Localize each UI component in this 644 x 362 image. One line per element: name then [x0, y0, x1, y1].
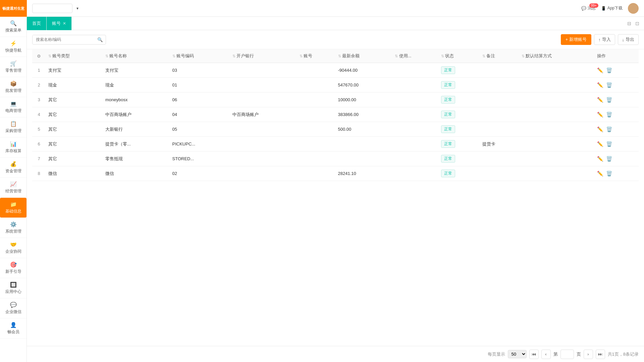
- page-number-input[interactable]: 1: [560, 350, 574, 359]
- tab-close-icon[interactable]: ✕: [63, 21, 66, 26]
- remark-col-header[interactable]: 备注: [480, 49, 519, 63]
- row-bank: 中百商场账户: [230, 107, 297, 122]
- sidebar-item-system[interactable]: ⚙️ 系统管理: [0, 218, 26, 238]
- usage-col-header[interactable]: 使用...: [392, 49, 438, 63]
- delete-button[interactable]: 🗑️: [606, 97, 612, 103]
- tab-account[interactable]: 账号 ✕: [47, 17, 72, 30]
- row-remark: [480, 93, 519, 107]
- per-page-select[interactable]: 50 20 100: [508, 350, 527, 358]
- home-tab-label: 首页: [32, 20, 41, 26]
- status-badge: 正常: [441, 81, 455, 89]
- sidebar-item-label: 资金管理: [2, 168, 25, 174]
- edit-button[interactable]: ✏️: [597, 141, 603, 147]
- edit-button[interactable]: ✏️: [597, 97, 603, 103]
- sidebar-item-guide[interactable]: 🎯 新手引导: [0, 258, 26, 278]
- maximize-button[interactable]: ⊡: [635, 21, 640, 26]
- app-download-label: App下载: [607, 5, 623, 11]
- sidebar-item-finance[interactable]: 💰 资金管理: [0, 158, 26, 178]
- delete-button[interactable]: 🗑️: [606, 156, 612, 162]
- delete-button[interactable]: 🗑️: [606, 141, 612, 147]
- row-actions: ✏️ 🗑️: [594, 78, 639, 93]
- delete-button[interactable]: 🗑️: [606, 126, 612, 132]
- message-icon: 💬: [581, 6, 586, 11]
- import-button[interactable]: ↑ 导入: [594, 34, 615, 45]
- balance-col-header[interactable]: 最新余额: [335, 49, 392, 63]
- tab-home[interactable]: 首页: [27, 17, 47, 30]
- minimize-button[interactable]: ⊟: [627, 21, 632, 26]
- prev-page-button[interactable]: ‹: [541, 350, 551, 359]
- search-button[interactable]: 🔍: [95, 35, 106, 44]
- row-code: 02: [170, 166, 230, 181]
- first-page-button[interactable]: ⏮: [529, 350, 539, 359]
- row-usage: [392, 166, 438, 181]
- last-page-button[interactable]: ⏭: [596, 350, 605, 359]
- import-icon: ↑: [598, 37, 601, 42]
- export-button[interactable]: ↓ 导出: [618, 34, 639, 45]
- edit-button[interactable]: ✏️: [597, 126, 603, 132]
- row-index: 1: [32, 63, 46, 78]
- row-name: 支付宝: [103, 63, 170, 78]
- row-balance: 28241.10: [335, 166, 392, 181]
- row-balance: 547670.00: [335, 78, 392, 93]
- sidebar-item-wechat[interactable]: 💬 企业微信: [0, 298, 26, 318]
- column-settings-icon[interactable]: ⚙: [36, 53, 42, 59]
- sidebar-item-member[interactable]: 👤 畅会员: [0, 318, 26, 339]
- bank-col-header[interactable]: 开户银行: [230, 49, 297, 63]
- header-right: 💬 消息 99+ 📱 App下载: [581, 3, 639, 14]
- row-account: [297, 122, 335, 137]
- sidebar-item-basic[interactable]: 📁 基础信息: [0, 198, 26, 218]
- action-col-header: 操作: [594, 49, 639, 63]
- sidebar-item-search[interactable]: 🔍 搜索菜单: [0, 17, 26, 37]
- pagination: 每页显示 50 20 100 ⏮ ‹ 第 1 页 › ⏭ 共1页，8条记录: [27, 346, 644, 362]
- next-page-button[interactable]: ›: [584, 350, 593, 359]
- sidebar-item-apps[interactable]: 🔲 应用中心: [0, 278, 26, 298]
- system-nav-icon: ⚙️: [2, 221, 25, 228]
- header-search-input[interactable]: [32, 4, 72, 13]
- sidebar-item-enterprise[interactable]: 🤝 企业协同: [0, 238, 26, 258]
- account-col-header[interactable]: 账号: [297, 49, 335, 63]
- sidebar-item-label: 企业微信: [2, 309, 25, 315]
- status-col-header[interactable]: 状态: [438, 49, 480, 63]
- search-input[interactable]: [33, 35, 95, 44]
- row-type: 其它: [46, 93, 103, 107]
- edit-button[interactable]: ✏️: [597, 156, 603, 162]
- sidebar-item-label: 经营管理: [2, 188, 25, 194]
- sidebar-item-operations[interactable]: 📈 经营管理: [0, 178, 26, 198]
- type-col-header[interactable]: 账号类型: [46, 49, 103, 63]
- sidebar-item-wholesale[interactable]: 📦 批发管理: [0, 77, 26, 97]
- row-remark: [480, 166, 519, 181]
- row-status: 正常: [438, 78, 480, 93]
- add-account-button[interactable]: + 新增账号: [561, 34, 591, 45]
- header-dropdown[interactable]: ▾: [76, 6, 78, 11]
- name-col-header[interactable]: 账号名称: [103, 49, 170, 63]
- delete-button[interactable]: 🗑️: [606, 112, 612, 118]
- user-avatar[interactable]: [628, 3, 639, 14]
- sidebar-item-shortcut[interactable]: ⚡ 快捷导航: [0, 37, 26, 57]
- delete-button[interactable]: 🗑️: [606, 171, 612, 177]
- table-row: 4 其它 中百商场账户 04 中百商场账户 383866.00 正常 ✏️ 🗑️: [32, 107, 639, 122]
- edit-button[interactable]: ✏️: [597, 82, 603, 88]
- sidebar-item-purchase[interactable]: 📋 采购管理: [0, 117, 26, 137]
- tab-bar: 首页 账号 ✕ ⊟ ⊡: [27, 17, 644, 30]
- edit-button[interactable]: ✏️: [597, 67, 603, 73]
- edit-button[interactable]: ✏️: [597, 171, 603, 177]
- edit-button[interactable]: ✏️: [597, 112, 603, 118]
- row-code: 06: [170, 93, 230, 107]
- sidebar-item-ecommerce[interactable]: 💻 电商管理: [0, 97, 26, 117]
- row-code: 04: [170, 107, 230, 122]
- delete-button[interactable]: 🗑️: [606, 67, 612, 73]
- status-badge: 正常: [441, 155, 455, 163]
- sidebar-item-inventory[interactable]: 📊 库存核算: [0, 137, 26, 158]
- message-button[interactable]: 💬 消息 99+: [581, 5, 596, 11]
- table-row: 5 其它 大新银行 05 500.00 正常 ✏️ 🗑️: [32, 122, 639, 137]
- page-suffix: 页: [577, 351, 581, 357]
- row-name: 零售抵现: [103, 152, 170, 166]
- code-col-header[interactable]: 账号编码: [170, 49, 230, 63]
- sidebar-item-retail[interactable]: 🛒 零售管理: [0, 57, 26, 77]
- delete-button[interactable]: 🗑️: [606, 82, 612, 88]
- toolbar-right: + 新增账号 ↑ 导入 ↓ 导出: [561, 34, 639, 45]
- row-bank: [230, 152, 297, 166]
- app-download-button[interactable]: 📱 App下载: [601, 5, 623, 11]
- row-name: 现金: [103, 78, 170, 93]
- settlement-col-header[interactable]: 默认结算方式: [519, 49, 594, 63]
